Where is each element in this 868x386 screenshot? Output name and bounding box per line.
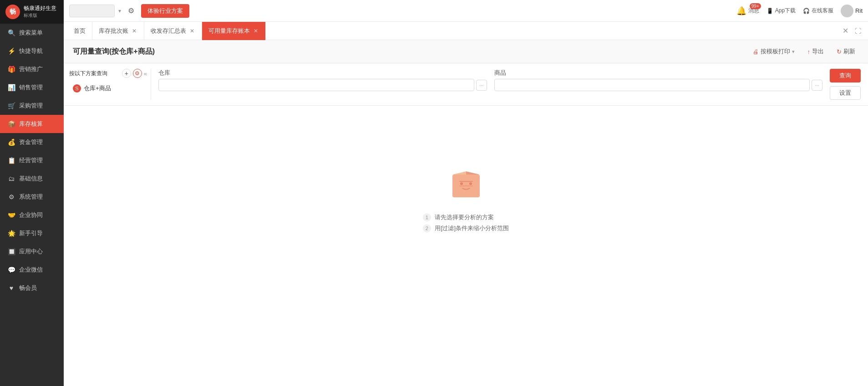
sidebar-icon-wechat: 💬	[7, 266, 15, 274]
sidebar-icon-sales: 📊	[7, 83, 15, 92]
sidebar-icon-enterprise: 🤝	[7, 211, 15, 219]
sidebar-icon-member: ♥	[7, 284, 15, 292]
sidebar-label-member: 畅会员	[19, 284, 37, 292]
tab-available-qty-ledger[interactable]: 可用量库存账本 ✕	[202, 22, 266, 40]
sidebar-company-name: 畅康通好生意	[24, 5, 56, 12]
user-menu-button[interactable]: Rit	[841, 5, 863, 17]
sidebar: 畅 畅康通好生意 标准版 🔍搜索菜单⚡快捷导航🎁营销推广📊销售管理🛒采购管理📦库…	[0, 0, 64, 386]
tabbar-expand-button[interactable]: ⛶	[852, 25, 864, 37]
sidebar-item-system[interactable]: ⚙系统管理	[0, 188, 64, 206]
sidebar-icon-inventory: 📦	[7, 120, 15, 128]
sidebar-label-app-center: 应用中心	[19, 247, 43, 256]
tab-available-qty-ledger-label: 可用量库存账本	[208, 27, 250, 35]
product-label: 商品	[494, 69, 823, 77]
refresh-label: 刷新	[843, 47, 855, 56]
customer-service-button[interactable]: 🎧 在线客服	[803, 7, 833, 15]
tabbar: 首页 库存批次账 ✕ 收发存汇总表 ✕ 可用量库存账本 ✕ ✕ ⛶	[64, 22, 868, 40]
sidebar-label-quick-nav: 快捷导航	[19, 47, 43, 55]
empty-hint-2-num: 2	[423, 224, 431, 232]
sidebar-icon-newbie: 🌟	[7, 229, 15, 237]
industry-solution-button[interactable]: 体验行业方案	[141, 4, 189, 18]
tab-inventory-batch[interactable]: 库存批次账 ✕	[92, 22, 144, 40]
page-actions: 🖨 按模板打印 ▾ ↑ 导出 ↻ 刷新	[749, 46, 859, 57]
query-action-buttons: 查询 设置	[830, 69, 861, 100]
warehouse-more-button[interactable]: ···	[476, 80, 487, 91]
topbar-right: 🔔 消息 99+ 📱 App下载 🎧 在线客服 Rit	[736, 5, 863, 17]
sidebar-item-app-center[interactable]: 🔲应用中心	[0, 242, 64, 261]
collapse-scheme-icon[interactable]: «	[144, 70, 147, 77]
sidebar-item-sales[interactable]: 📊销售管理	[0, 78, 64, 97]
sidebar-label-inventory: 库存核算	[19, 120, 43, 128]
sidebar-item-member[interactable]: ♥畅会员	[0, 279, 64, 297]
query-fields: 仓库 ··· 商品 ··· 查询 设置	[151, 69, 868, 100]
sidebar-icon-search: 🔍	[7, 29, 15, 37]
topbar-search-box	[69, 5, 115, 17]
sidebar-item-search[interactable]: 🔍搜索菜单	[0, 24, 64, 42]
scheme-icon: S	[73, 84, 81, 93]
warehouse-input-row: ···	[158, 79, 487, 91]
export-label: 导出	[812, 47, 824, 56]
print-icon: 🖨	[753, 48, 759, 55]
sidebar-item-enterprise[interactable]: 🤝企业协同	[0, 206, 64, 224]
warehouse-field: 仓库 ···	[158, 69, 487, 91]
sidebar-item-wechat[interactable]: 💬企业微信	[0, 261, 64, 279]
sidebar-version: 标准版	[24, 12, 56, 19]
refresh-icon: ↻	[837, 48, 842, 55]
avatar	[841, 5, 853, 17]
notification-button[interactable]: 🔔 消息 99+	[736, 6, 759, 16]
sidebar-icon-operations: 📋	[7, 156, 15, 165]
sidebar-item-newbie[interactable]: 🌟新手引导	[0, 224, 64, 242]
sidebar-item-marketing[interactable]: 🎁营销推广	[0, 60, 64, 78]
settings-button[interactable]: 设置	[830, 86, 861, 100]
user-name: Rit	[855, 7, 863, 14]
sidebar-item-purchase[interactable]: 🛒采购管理	[0, 97, 64, 115]
sidebar-scroll: 🔍搜索菜单⚡快捷导航🎁营销推广📊销售管理🛒采购管理📦库存核算💰资金管理📋经营管理…	[0, 24, 64, 386]
warehouse-label: 仓库	[158, 69, 487, 77]
sidebar-label-operations: 经营管理	[19, 156, 43, 165]
page-header: 可用量查询(按仓库+商品) 🖨 按模板打印 ▾ ↑ 导出 ↻ 刷新	[64, 40, 868, 63]
tab-available-qty-ledger-close[interactable]: ✕	[253, 28, 259, 34]
scheme-label: 仓库+商品	[84, 84, 111, 93]
query-button[interactable]: 查询	[830, 69, 861, 82]
topbar-dropdown-arrow[interactable]: ▾	[118, 8, 121, 14]
export-icon: ↑	[807, 48, 811, 55]
sidebar-item-basic-info[interactable]: 🗂基础信息	[0, 170, 64, 188]
warehouse-input[interactable]	[158, 79, 474, 91]
scheme-item-warehouse-product[interactable]: S 仓库+商品	[69, 82, 147, 95]
gear-icon[interactable]: ⚙	[125, 5, 137, 17]
tab-inventory-summary-label: 收发存汇总表	[151, 27, 186, 35]
app-download-button[interactable]: 📱 App下载	[766, 7, 796, 15]
sidebar-item-operations[interactable]: 📋经营管理	[0, 151, 64, 170]
sidebar-icon-basic-info: 🗂	[7, 175, 15, 183]
sidebar-title-block: 畅康通好生意 标准版	[24, 5, 56, 19]
sidebar-item-finance[interactable]: 💰资金管理	[0, 133, 64, 151]
print-button[interactable]: 🖨 按模板打印 ▾	[749, 46, 798, 57]
tab-home[interactable]: 首页	[67, 22, 92, 40]
sidebar-label-newbie: 新手引导	[19, 229, 43, 237]
query-scheme-title: 按以下方案查询	[69, 70, 107, 77]
sidebar-icon-quick-nav: ⚡	[7, 47, 15, 55]
sidebar-icon-app-center: 🔲	[7, 247, 15, 256]
sidebar-item-inventory[interactable]: 📦库存核算	[0, 115, 64, 133]
print-dropdown-icon[interactable]: ▾	[792, 49, 795, 55]
print-label: 按模板打印	[761, 47, 790, 56]
sidebar-icon-system: ⚙	[7, 193, 15, 201]
scheme-settings-icon[interactable]: ⚙	[133, 69, 142, 78]
tab-inventory-summary-close[interactable]: ✕	[189, 28, 195, 34]
tab-inventory-summary[interactable]: 收发存汇总表 ✕	[144, 22, 202, 40]
export-button[interactable]: ↑ 导出	[804, 46, 828, 57]
add-scheme-button[interactable]: +	[122, 69, 131, 78]
product-more-button[interactable]: ···	[812, 80, 822, 91]
tabbar-close-button[interactable]: ✕	[839, 25, 852, 37]
empty-illustration-svg	[443, 159, 489, 204]
product-input[interactable]	[494, 79, 810, 91]
empty-hint-2-text: 用[过滤]条件来缩小分析范围	[435, 224, 509, 232]
empty-hints: 1 请先选择要分析的方案 2 用[过滤]条件来缩小分析范围	[423, 213, 509, 235]
notification-badge: 99+	[750, 3, 761, 9]
tab-inventory-batch-close[interactable]: ✕	[131, 28, 137, 34]
sidebar-label-wechat: 企业微信	[19, 266, 43, 274]
app-download-label: App下载	[775, 7, 796, 15]
sidebar-label-enterprise: 企业协同	[19, 211, 43, 219]
refresh-button[interactable]: ↻ 刷新	[833, 46, 859, 57]
sidebar-item-quick-nav[interactable]: ⚡快捷导航	[0, 42, 64, 60]
